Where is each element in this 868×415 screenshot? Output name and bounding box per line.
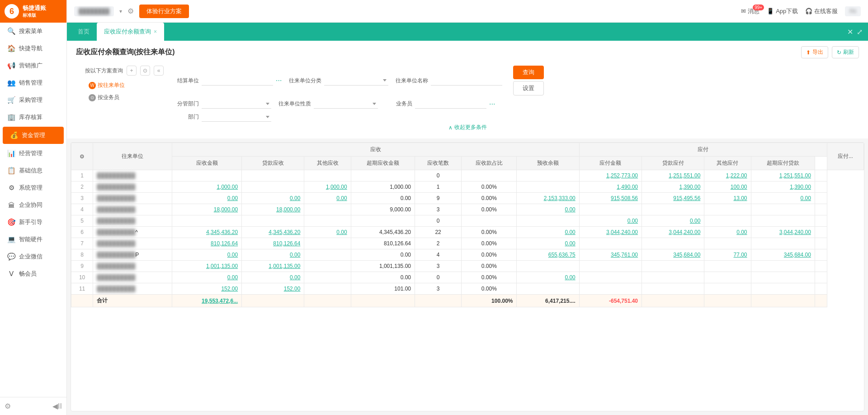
table-cell[interactable]: 152.00 (172, 283, 241, 295)
table-cell[interactable]: 3,044,240.00 (579, 227, 642, 238)
table-cell[interactable]: 4,345,436.20 (242, 227, 304, 238)
table-cell[interactable]: 0.00 (579, 215, 642, 227)
sidebar-item-hardware[interactable]: 💻 智能硬件 (0, 231, 66, 248)
sidebar-item-corp[interactable]: 🏛 企业协同 (0, 196, 66, 214)
service-button[interactable]: 🎧 在线客服 (805, 7, 838, 15)
sidebar-item-marketing[interactable]: 📢 营销推广 (0, 57, 66, 74)
table-cell[interactable]: 18,000.00 (242, 204, 304, 215)
table-cell[interactable]: 0.00 (517, 227, 579, 238)
table-cell[interactable]: 0.00 (304, 193, 351, 204)
user-info[interactable]: Rit (845, 6, 861, 16)
sidebar-item-finance[interactable]: 💰 资金管理 (3, 127, 64, 144)
filter-settings-icon[interactable]: ⊙ (140, 66, 150, 76)
table-cell[interactable]: 152.00 (242, 283, 304, 295)
table-cell[interactable]: 0.00 (751, 193, 815, 204)
tab-close-icon[interactable]: × (154, 29, 157, 35)
table-cell[interactable]: 1,390.00 (642, 181, 704, 193)
table-cell[interactable]: 345,684.00 (751, 249, 815, 261)
table-cell[interactable]: 345,761.00 (579, 249, 642, 261)
table-cell[interactable]: 345,684.00 (642, 249, 704, 261)
filter-option-by-partner[interactable]: W 按往来单位 (85, 80, 166, 91)
table-cell[interactable]: 1,000.00 (304, 181, 351, 193)
th-settings[interactable]: ⚙ (71, 143, 93, 170)
salesperson-input[interactable] (415, 99, 486, 109)
topbar-dropdown-icon[interactable]: ▾ (119, 8, 122, 14)
table-cell[interactable]: 100.00 (704, 181, 751, 193)
salesperson-dots-icon[interactable]: ··· (489, 100, 495, 108)
branch-dept-select[interactable] (202, 99, 271, 109)
table-cell[interactable]: 1,252,773.00 (579, 170, 642, 181)
unit-category-select[interactable] (324, 76, 388, 86)
table-cell[interactable]: 0.00 (172, 249, 241, 261)
sidebar-item-wechat[interactable]: 💬 企业微信 (0, 248, 66, 265)
sidebar-item-search[interactable]: 🔍 搜索菜单 (0, 23, 66, 40)
sidebar-item-sales[interactable]: 👥 销售管理 (0, 74, 66, 91)
sidebar-collapse-icon[interactable]: ◀II (52, 402, 62, 410)
table-cell[interactable]: 810,126.64 (172, 238, 241, 249)
table-cell[interactable]: 0.00 (304, 227, 351, 238)
message-button[interactable]: ✉ 消息 99+ (741, 7, 760, 15)
app-download-button[interactable]: 📱 App下载 (767, 7, 798, 15)
table-cell[interactable]: 0.00 (172, 193, 241, 204)
table-cell[interactable]: 0.00 (517, 238, 579, 249)
table-cell[interactable]: 0.00 (517, 272, 579, 283)
topbar-gear-icon[interactable]: ⚙ (127, 7, 134, 15)
sidebar-item-operation[interactable]: 📊 经营管理 (0, 145, 66, 162)
table-cell[interactable]: 0.00 (242, 272, 304, 283)
filter-add-icon[interactable]: + (127, 66, 137, 76)
table-cell[interactable]: 1,390.00 (751, 181, 815, 193)
table-cell[interactable]: 915,508.56 (579, 193, 642, 204)
tab-ar-query[interactable]: 应收应付余额查询 × (97, 23, 164, 41)
sidebar-item-purchase[interactable]: 🛒 采购管理 (0, 91, 66, 109)
table-cell[interactable]: 1,001,135.00 (242, 261, 304, 272)
table-cell[interactable]: 2,153,333.00 (517, 193, 579, 204)
filter-collapse-icon[interactable]: « (154, 66, 164, 76)
table-cell[interactable]: 4,345,436.20 (172, 227, 241, 238)
table-cell[interactable]: 0.00 (642, 215, 704, 227)
sidebar-item-member[interactable]: Ⅴ 畅会员 (0, 265, 66, 282)
table-cell[interactable]: 3,044,240.00 (642, 227, 704, 238)
collapse-button[interactable]: ∧ 收起更多条件 (448, 124, 487, 131)
table-cell[interactable]: 3,044,240.00 (751, 227, 815, 238)
table-cell[interactable]: 1,001,135.00 (172, 261, 241, 272)
tab-expand-icon[interactable]: ⤢ (857, 28, 863, 36)
table-cell[interactable]: 0.00 (172, 272, 241, 283)
sidebar-item-quick[interactable]: 🏠 快捷导航 (0, 40, 66, 57)
jiesuan-label: 结算单位 (172, 77, 199, 85)
sidebar-item-system[interactable]: ⚙ 系统管理 (0, 179, 66, 196)
set-button[interactable]: 设置 (513, 81, 544, 95)
jiesuan-dots-icon[interactable]: ··· (276, 76, 282, 85)
footer-ar-amount[interactable]: 19,553,472,6... (172, 295, 241, 307)
table-cell[interactable]: 915,495.56 (642, 193, 704, 204)
unit-name-input[interactable] (431, 76, 502, 86)
table-cell[interactable]: 0.00 (242, 249, 304, 261)
refresh-button[interactable]: ↻ 刷新 (832, 46, 859, 58)
sidebar-item-guide[interactable]: 🎯 新手引导 (0, 214, 66, 231)
tab-close-window-icon[interactable]: ✕ (847, 28, 853, 36)
sidebar-item-basic[interactable]: 📋 基础信息 (0, 162, 66, 179)
table-cell[interactable]: 0.00 (517, 204, 579, 215)
table-cell[interactable]: 0.00 (242, 193, 304, 204)
table-cell[interactable]: 1,222.00 (704, 170, 751, 181)
table-cell[interactable]: 77.00 (704, 249, 751, 261)
sidebar-settings-icon[interactable]: ⚙ (5, 402, 11, 410)
unit-nature-select[interactable] (314, 99, 378, 109)
table-cell[interactable]: 13.00 (704, 193, 751, 204)
filter-option-by-salesperson[interactable]: ⊙ 按业务员 (85, 92, 166, 103)
export-button[interactable]: ⬆ 导出 (801, 46, 828, 58)
query-button[interactable]: 查询 (513, 66, 544, 79)
sidebar-item-inventory[interactable]: 🏢 库存核算 (0, 109, 66, 126)
table-cell: 11 (71, 283, 93, 295)
dept-select[interactable] (202, 112, 271, 122)
table-cell[interactable]: 810,126.64 (242, 238, 304, 249)
table-cell[interactable]: 1,490.00 (579, 181, 642, 193)
table-cell[interactable]: 1,000.00 (172, 181, 241, 193)
solution-button[interactable]: 体验行业方案 (139, 5, 189, 18)
table-cell[interactable]: 655,636.75 (517, 249, 579, 261)
table-cell[interactable]: 18,000.00 (172, 204, 241, 215)
jiesuan-input[interactable] (202, 76, 273, 86)
tab-home[interactable]: 首页 (71, 23, 97, 41)
table-cell[interactable]: 1,251,551.00 (751, 170, 815, 181)
table-cell[interactable]: 0.00 (704, 227, 751, 238)
table-cell[interactable]: 1,251,551.00 (642, 170, 704, 181)
